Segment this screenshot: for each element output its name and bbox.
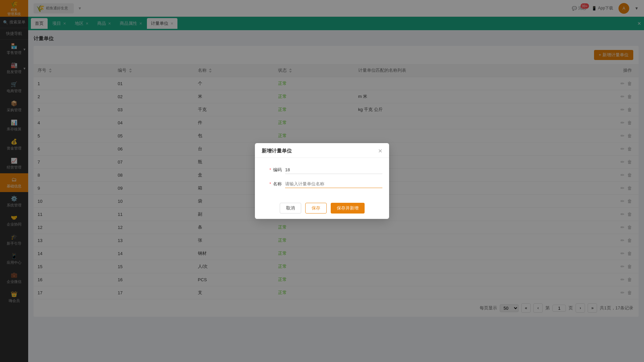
- add-unit-modal: 新增计量单位 ✕ * 编码 * 名称 取消 保存 保存并新增: [255, 143, 389, 219]
- modal-header: 新增计量单位 ✕: [255, 143, 389, 158]
- modal-body: * 编码 * 名称: [255, 158, 389, 199]
- modal-overlay[interactable]: 新增计量单位 ✕ * 编码 * 名称 取消 保存 保存并新增: [0, 0, 644, 362]
- code-field-row: * 编码: [262, 166, 382, 174]
- required-mark: *: [269, 167, 271, 172]
- name-input[interactable]: [285, 180, 382, 188]
- save-and-new-button[interactable]: 保存并新增: [331, 203, 365, 214]
- modal-title: 新增计量单位: [262, 148, 292, 154]
- cancel-button[interactable]: 取消: [280, 203, 301, 214]
- required-mark: *: [269, 181, 271, 186]
- name-field-row: * 名称: [262, 180, 382, 188]
- modal-close-button[interactable]: ✕: [378, 148, 382, 154]
- code-input[interactable]: [285, 166, 382, 174]
- save-button[interactable]: 保存: [305, 203, 327, 214]
- modal-footer: 取消 保存 保存并新增: [255, 199, 389, 219]
- code-label: * 编码: [262, 167, 282, 173]
- name-label: * 名称: [262, 181, 282, 187]
